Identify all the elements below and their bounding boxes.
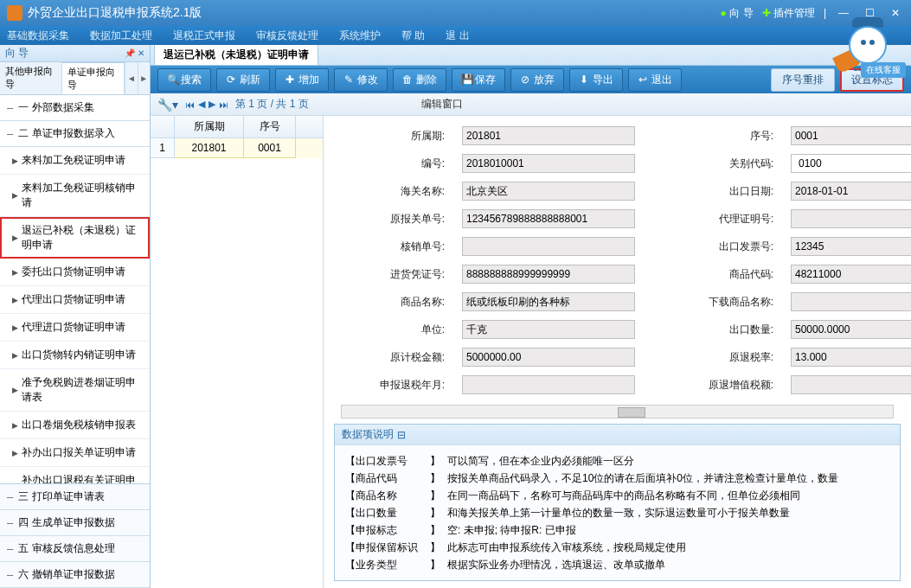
field-hexiao[interactable]: [462, 237, 635, 256]
reorder-button[interactable]: 序号重排: [771, 68, 835, 92]
menu-formal-declare[interactable]: 退税正式申报: [173, 29, 235, 43]
field-ybgd[interactable]: [462, 209, 635, 228]
nav-section-3[interactable]: —三 打印单证申请表: [0, 484, 150, 510]
menu-exit[interactable]: 退 出: [446, 29, 469, 43]
tab-other-declare[interactable]: 其他申报向导: [0, 62, 62, 94]
pager-text: 第 1 页 / 共 1 页: [235, 97, 309, 112]
nav-section-6[interactable]: —六 撤销单证申报数据: [0, 562, 150, 588]
menu-help[interactable]: 帮 助: [401, 29, 425, 43]
nav-item-5[interactable]: ▶代理进口货物证明申请: [0, 314, 150, 342]
guide-link[interactable]: ● 向 导: [721, 6, 754, 21]
close-icon[interactable]: ✕: [887, 6, 904, 20]
nav-section-4[interactable]: —四 生成单证申报数据: [0, 510, 150, 536]
grid-col-seq[interactable]: 序号: [244, 116, 296, 137]
field-customs-name[interactable]: [462, 182, 635, 201]
menu-audit-feedback[interactable]: 审核反馈处理: [256, 29, 318, 43]
grid-cell-period: 201801: [175, 138, 244, 158]
lbl-sbtsym: 申报退税年月:: [341, 378, 445, 393]
lbl-export-date: 出口日期:: [652, 184, 773, 199]
grid-pane: 所属期 序号 1 201801 0001: [151, 116, 324, 588]
horizontal-scrollbar[interactable]: [341, 405, 894, 419]
titlebar-tools: ● 向 导 ✚ 插件管理 | — ☐ ✕: [721, 6, 904, 21]
field-goods-code[interactable]: [791, 265, 911, 284]
field-sbtsym[interactable]: [462, 375, 635, 394]
field-seq[interactable]: [791, 126, 911, 145]
content-panel: 退运已补税（未退税）证明申请 🔍搜索 ⟳刷新 ✚增加 ✎修改 🗑删除 💾保存 ⊘…: [151, 45, 911, 588]
edit-button[interactable]: ✎修改: [334, 68, 388, 92]
field-export-date[interactable]: [791, 182, 911, 201]
refresh-icon: ⟳: [226, 74, 236, 86]
nav-item-2[interactable]: ▶退运已补税（未退税）证明申请: [0, 217, 150, 259]
exit-icon: ↩: [638, 74, 648, 86]
prev-page-icon[interactable]: ◀: [196, 99, 207, 110]
left-panel-header: 向 导 📌 ✕: [0, 45, 150, 62]
menu-process[interactable]: 数据加工处理: [90, 29, 152, 43]
field-period[interactable]: [462, 126, 635, 145]
field-jhpz[interactable]: [462, 265, 635, 284]
setflag-button[interactable]: 设置标志: [840, 68, 904, 92]
nav-item-3[interactable]: ▶委托出口货物证明申请: [0, 259, 150, 286]
discard-button[interactable]: ⊘放弃: [510, 68, 564, 92]
lbl-guanbie: 关别代码:: [652, 157, 773, 171]
menu-system[interactable]: 系统维护: [339, 29, 381, 43]
field-unit[interactable]: [462, 320, 635, 339]
desc-body: 【出口发票号】可以简写，但在本企业内必须能唯一区分 【商品代码】按报关单商品代码…: [335, 445, 900, 580]
collapse-icon[interactable]: ⊟: [397, 429, 406, 441]
tab-cert-declare[interactable]: 单证申报向导: [62, 62, 125, 94]
delete-button[interactable]: 🗑删除: [393, 68, 446, 92]
first-page-icon[interactable]: ⏮: [183, 99, 196, 110]
pin-icon[interactable]: 📌 ✕: [125, 48, 144, 58]
titlebar: 外贸企业出口退税申报系统2.1版 ● 向 导 ✚ 插件管理 | — ☐ ✕: [0, 0, 911, 26]
add-button[interactable]: ✚增加: [275, 68, 329, 92]
left-panel-title: 向 导: [5, 46, 29, 61]
export-icon: ⬇: [579, 74, 589, 86]
field-proxy-cert[interactable]: [791, 209, 911, 228]
nav-item-6[interactable]: ▶出口货物转内销证明申请: [0, 342, 150, 369]
field-ytzzs[interactable]: [791, 375, 911, 394]
menu-basic-data[interactable]: 基础数据采集: [7, 29, 69, 43]
grid-col-period[interactable]: 所属期: [175, 116, 244, 137]
desc-box: 数据项说明⊟ 【出口发票号】可以简写，但在本企业内必须能唯一区分 【商品代码】按…: [334, 424, 901, 581]
nav-item-10[interactable]: ▶补办出口退税有关证明申请: [0, 467, 150, 483]
add-icon: ✚: [285, 74, 295, 86]
nav-item-8[interactable]: ▶出口卷烟免税核销申报表: [0, 412, 150, 439]
nav-item-0[interactable]: ▶来料加工免税证明申请: [0, 147, 150, 175]
nav-section-5[interactable]: —五 审核反馈信息处理: [0, 536, 150, 562]
minimize-icon[interactable]: —: [835, 6, 852, 20]
wrench-icon[interactable]: 🔧▾: [157, 98, 178, 112]
exit-button[interactable]: ↩退出: [628, 68, 682, 92]
tab-nav-left[interactable]: ◄: [125, 62, 137, 94]
field-export-qty[interactable]: [791, 320, 911, 339]
field-num[interactable]: [462, 154, 635, 173]
tab-nav-right[interactable]: ►: [138, 62, 150, 94]
plugin-link[interactable]: ✚ 插件管理: [762, 6, 815, 21]
maximize-icon[interactable]: ☐: [861, 6, 878, 20]
nav-item-4[interactable]: ▶代理出口货物证明申请: [0, 286, 150, 314]
nav-bottom: —三 打印单证申请表 —四 生成单证申报数据 —五 审核反馈信息处理 —六 撤销…: [0, 483, 150, 588]
grid-row[interactable]: 1 201801 0001: [151, 138, 323, 158]
desc-header[interactable]: 数据项说明⊟: [335, 425, 900, 445]
nav-section-1[interactable]: —一 外部数据采集: [0, 95, 150, 121]
nav-item-1[interactable]: ▶来料加工免税证明核销申请: [0, 175, 150, 217]
refresh-button[interactable]: ⟳刷新: [216, 68, 270, 92]
field-ytsl[interactable]: [791, 348, 911, 367]
next-page-icon[interactable]: ▶: [207, 99, 217, 110]
content-tab-main[interactable]: 退运已补税（未退税）证明申请: [154, 45, 318, 65]
edit-icon: ✎: [343, 74, 354, 86]
field-guanbie[interactable]: 0100: [791, 154, 911, 173]
last-page-icon[interactable]: ⏭: [217, 99, 230, 110]
field-export-invoice[interactable]: [791, 237, 911, 256]
save-button[interactable]: 💾保存: [452, 68, 505, 92]
grid-col-index: [151, 116, 175, 137]
field-yjsje[interactable]: [462, 348, 635, 367]
search-button[interactable]: 🔍搜索: [157, 68, 211, 92]
nav-section-2[interactable]: —二 单证申报数据录入: [0, 121, 150, 147]
export-button[interactable]: ⬇导出: [569, 68, 623, 92]
lbl-hexiao: 核销单号:: [341, 240, 445, 254]
nav-item-9[interactable]: ▶补办出口报关单证明申请: [0, 439, 150, 467]
field-dl-goods-name[interactable]: [791, 292, 911, 311]
nav-item-7[interactable]: ▶准予免税购进卷烟证明申请表: [0, 369, 150, 412]
content-tabs: 退运已补税（未退税）证明申请: [151, 45, 911, 66]
field-goods-name[interactable]: [462, 292, 635, 311]
lbl-jhpz: 进货凭证号:: [341, 267, 445, 282]
